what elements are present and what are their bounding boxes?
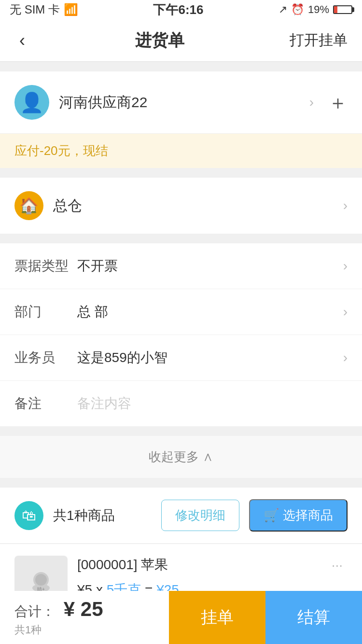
remark-row[interactable]: 备注 备注内容	[0, 381, 362, 426]
open-pending-button[interactable]: 打开挂单	[290, 30, 348, 50]
battery-percent: 19%	[308, 3, 329, 16]
payment-notice: 应付-20元，现结	[0, 134, 362, 168]
department-row[interactable]: 部门 总 部 ›	[0, 289, 362, 335]
gap1	[0, 62, 362, 71]
product-more-button[interactable]: ···	[327, 556, 348, 575]
invoice-type-chevron-icon: ›	[343, 258, 348, 274]
supplier-section: 👤 河南供应商22 › ＋ 应付-20元，现结	[0, 71, 362, 168]
salesman-value: 这是859的小智	[77, 349, 343, 367]
modify-detail-button[interactable]: 修改明细	[161, 500, 239, 531]
total-label: 合计：	[14, 604, 55, 619]
salesman-chevron-icon: ›	[343, 350, 348, 365]
supplier-row: 👤 河南供应商22 › ＋	[0, 71, 362, 134]
warehouse-row[interactable]: 🏠 总仓 ›	[0, 178, 362, 234]
warehouse-icon: 🏠	[14, 191, 43, 220]
status-left: 无 SIM 卡 📶	[10, 2, 78, 17]
svg-point-2	[35, 574, 47, 586]
remark-value[interactable]: 备注内容	[77, 394, 348, 413]
add-button[interactable]: ＋	[328, 89, 348, 116]
pend-button[interactable]: 挂单	[169, 591, 265, 644]
product-code: [0000001]	[77, 557, 138, 572]
invoice-type-label: 票据类型	[14, 257, 77, 275]
product-icon: 🛍	[14, 501, 43, 530]
avatar-icon: 👤	[20, 91, 44, 114]
remark-label: 备注	[14, 394, 77, 413]
salesman-label: 业务员	[14, 349, 77, 367]
product-header: 🛍 共1种商品 修改明细 🛒 选择商品	[0, 488, 362, 543]
footer-bar: 合计： ¥ 25 共1种 挂单 结算	[0, 591, 362, 644]
wifi-icon: 📶	[64, 3, 78, 16]
status-time: 下午6:16	[153, 1, 203, 18]
product-count: 共1种商品	[53, 506, 152, 525]
invoice-type-value: 不开票	[77, 257, 343, 275]
status-right: ↗ ⏰ 19%	[278, 3, 352, 16]
alarm-icon: ⏰	[291, 3, 304, 16]
back-button[interactable]: ‹	[14, 26, 30, 56]
department-value: 总 部	[77, 303, 343, 321]
collapse-row[interactable]: 收起更多 ∧	[0, 436, 362, 478]
carrier-text: 无 SIM 卡	[10, 2, 60, 17]
product-fruit: 苹果	[141, 557, 168, 572]
warehouse-section: 🏠 总仓 ›	[0, 178, 362, 234]
total-sub: 共1种	[14, 623, 154, 637]
footer-total: 合计： ¥ 25 共1种	[0, 598, 169, 637]
total-amount: ¥ 25	[64, 598, 103, 620]
nav-bar: ‹ 进货单 打开挂单	[0, 19, 362, 62]
supplier-chevron-icon[interactable]: ›	[309, 95, 314, 110]
supplier-avatar: 👤	[14, 85, 49, 120]
select-product-button[interactable]: 🛒 选择商品	[249, 499, 348, 532]
supplier-name: 河南供应商22	[59, 93, 309, 112]
location-icon: ↗	[278, 3, 287, 16]
status-bar: 无 SIM 卡 📶 下午6:16 ↗ ⏰ 19%	[0, 0, 362, 19]
select-label: 选择商品	[283, 507, 333, 524]
battery-indicator	[333, 5, 352, 14]
invoice-type-row[interactable]: 票据类型 不开票 ›	[0, 243, 362, 289]
salesman-row[interactable]: 业务员 这是859的小智 ›	[0, 335, 362, 381]
department-label: 部门	[14, 303, 77, 321]
form-section: 票据类型 不开票 › 部门 总 部 › 业务员 这是859的小智 › 备注 备注…	[0, 243, 362, 426]
select-icon: 🛒	[264, 508, 279, 523]
product-name: [0000001] 苹果	[77, 556, 317, 574]
warehouse-chevron-icon: ›	[343, 198, 348, 213]
warehouse-name: 总仓	[53, 196, 343, 216]
checkout-button[interactable]: 结算	[265, 591, 362, 644]
page-title: 进货单	[135, 29, 184, 52]
department-chevron-icon: ›	[343, 304, 348, 320]
